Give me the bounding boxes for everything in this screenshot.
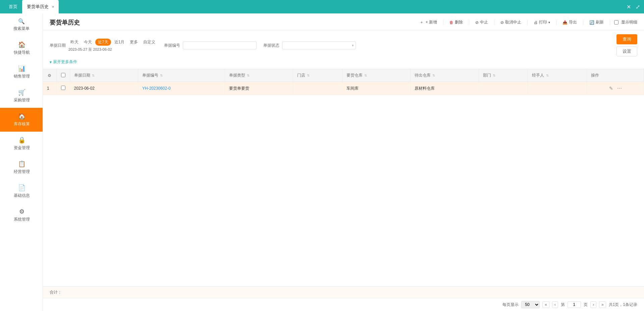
col-handler[interactable]: 经手人 ⇅ xyxy=(528,69,587,82)
col-date[interactable]: 单据日期 ⇅ xyxy=(70,69,138,82)
sidebar-item-label: 经营管理 xyxy=(14,169,30,175)
divider xyxy=(469,20,469,25)
table-area: ⚙ 单据日期 ⇅ 单据编号 ⇅ 单据类型 xyxy=(43,69,644,286)
row-department xyxy=(479,82,528,95)
sort-icon: ⇅ xyxy=(247,74,250,77)
tab-home[interactable]: 首页 xyxy=(4,0,22,13)
date-1month[interactable]: 近1月 xyxy=(112,39,127,46)
prev-page-button[interactable]: ‹ xyxy=(552,301,558,308)
sidebar-item-label: 销售管理 xyxy=(14,74,30,79)
order-no-link[interactable]: YH-20230602-0 xyxy=(142,86,171,91)
divider xyxy=(583,20,583,25)
table-row: 1 2023-06-02 YH-20230602-0 要货单要货 车间库 原材料… xyxy=(43,82,644,95)
expand-filter-button[interactable]: ▾ 展开更多条件 xyxy=(50,59,637,65)
table-header: ⚙ 单据日期 ⇅ 单据编号 ⇅ 单据类型 xyxy=(43,69,644,82)
show-detail-checkbox[interactable] xyxy=(614,20,619,25)
refresh-button[interactable]: 🔄 刷新 xyxy=(587,18,606,27)
tab-history-label: 要货单历史 xyxy=(27,4,49,10)
date-more[interactable]: 更多 xyxy=(128,39,140,46)
col-settings[interactable]: ⚙ xyxy=(43,69,56,82)
query-button[interactable]: 查询 xyxy=(616,34,637,44)
top-bar-right: ✕ ⤢ xyxy=(627,4,640,10)
row-req-warehouse: 车间库 xyxy=(342,82,410,95)
tab-close-icon[interactable]: × xyxy=(52,5,54,9)
sort-icon: ⇅ xyxy=(160,74,163,77)
pagination: 每页显示 50 100 200 « ‹ 第 页 › » 共1页，1条记录 xyxy=(43,298,644,311)
delete-button[interactable]: 🗑 删除 xyxy=(447,18,465,27)
content-area: 要货单历史 ＋ + 新增 🗑 删除 ⊘ 中止 ⊘ xyxy=(43,13,644,311)
select-all-checkbox[interactable] xyxy=(61,73,65,77)
sidebar-item-system[interactable]: ⚙ 系统管理 xyxy=(0,203,43,227)
status-input[interactable] xyxy=(282,41,356,49)
per-page-select[interactable]: 50 100 200 xyxy=(521,301,540,308)
date-yesterday[interactable]: 昨天 xyxy=(68,39,80,46)
sidebar-item-inventory[interactable]: 🏠 库存核算 xyxy=(0,108,43,132)
status-dropdown-icon: ▾ xyxy=(352,43,354,48)
divider xyxy=(494,20,494,25)
sidebar-item-purchase[interactable]: 🛒 采购管理 xyxy=(0,84,43,108)
tab-history[interactable]: 要货单历史 × xyxy=(22,0,59,13)
last-page-button[interactable]: » xyxy=(599,301,606,308)
row-num: 1 xyxy=(43,82,56,95)
sort-icon: ⇅ xyxy=(546,74,549,77)
order-no-input[interactable] xyxy=(183,41,257,49)
add-button[interactable]: ＋ + 新增 xyxy=(418,18,439,27)
row-order-type: 要货单要货 xyxy=(225,82,293,95)
date-today[interactable]: 今天 xyxy=(82,39,94,46)
table-body: 1 2023-06-02 YH-20230602-0 要货单要货 车间库 原材料… xyxy=(43,82,644,95)
page-number-input[interactable] xyxy=(568,301,581,308)
sidebar-item-label: 库存核算 xyxy=(14,121,30,127)
col-order-type[interactable]: 单据类型 ⇅ xyxy=(225,69,293,82)
sidebar-item-operations[interactable]: 📋 经营管理 xyxy=(0,156,43,179)
divider xyxy=(556,20,556,25)
cancel-suspend-button[interactable]: ⊘ 取消中止 xyxy=(498,18,523,27)
date-7days[interactable]: 近7天 xyxy=(95,39,111,46)
finance-icon: 🔒 xyxy=(18,136,25,144)
col-order-no[interactable]: 单据编号 ⇅ xyxy=(138,69,225,82)
divider xyxy=(443,20,443,25)
col-req-warehouse[interactable]: 要货仓库 ⇅ xyxy=(342,69,410,82)
col-store[interactable]: 门店 ⇅ xyxy=(293,69,342,82)
sidebar-item-label: 系统管理 xyxy=(14,217,30,222)
date-custom[interactable]: 自定义 xyxy=(141,39,157,46)
order-no-label: 单据编号 xyxy=(164,43,180,48)
sidebar-search[interactable]: 🔍 搜索菜单 xyxy=(0,13,43,36)
suspend-button[interactable]: ⊘ 中止 xyxy=(473,18,490,27)
filter-actions: 查询 设置 xyxy=(613,34,637,56)
sort-icon: ⇅ xyxy=(92,74,95,77)
row-handler xyxy=(528,82,587,95)
col-checkbox xyxy=(56,69,70,82)
date-options: 昨天 今天 近7天 近1月 更多 自定义 xyxy=(68,39,157,46)
suspend-icon: ⊘ xyxy=(475,20,479,25)
export-icon: 📤 xyxy=(562,20,568,25)
per-page-label: 每页显示 xyxy=(502,302,519,308)
col-pending-warehouse[interactable]: 待出仓库 ⇅ xyxy=(411,69,479,82)
col-ops: 操作 xyxy=(587,69,644,82)
print-button[interactable]: 🖨 打印 ▾ xyxy=(532,18,552,27)
operations-icon: 📋 xyxy=(18,160,25,168)
sidebar-item-finance[interactable]: 🔒 资金管理 xyxy=(0,132,43,156)
row-select-checkbox[interactable] xyxy=(61,86,65,90)
divider xyxy=(527,20,528,25)
row-checkbox[interactable] xyxy=(56,82,70,95)
status-filter: 单据状态 ▾ xyxy=(263,41,356,49)
first-page-button[interactable]: « xyxy=(542,301,549,308)
page-header: 要货单历史 ＋ + 新增 🗑 删除 ⊘ 中止 ⊘ xyxy=(43,13,644,30)
sidebar-item-basic-info[interactable]: 📄 基础信息 xyxy=(0,179,43,203)
next-page-button[interactable]: › xyxy=(590,301,596,308)
window-maximize-icon[interactable]: ⤢ xyxy=(636,4,640,10)
sidebar-item-label: 采购管理 xyxy=(14,97,30,103)
sidebar-item-sales[interactable]: 📊 销售管理 xyxy=(0,60,43,84)
sort-icon: ⇅ xyxy=(364,74,367,77)
print-icon: 🖨 xyxy=(534,20,538,25)
show-detail-button[interactable]: 显示明细 xyxy=(614,19,637,25)
setting-button[interactable]: 设置 xyxy=(616,46,637,56)
col-department[interactable]: 部门 ⇅ xyxy=(479,69,528,82)
edit-icon[interactable]: ✎ xyxy=(607,85,615,92)
more-ops-icon[interactable]: ⋯ xyxy=(616,85,623,92)
sidebar-item-quick-nav[interactable]: 🏠 快捷导航 xyxy=(0,36,43,60)
window-close-icon[interactable]: ✕ xyxy=(627,4,631,10)
filter-area: 单据日期 昨天 今天 近7天 近1月 更多 自定义 2023-05-27 至 2… xyxy=(43,30,644,69)
export-button[interactable]: 📤 导出 xyxy=(560,18,579,27)
footer-summary: 合计： xyxy=(43,286,644,298)
